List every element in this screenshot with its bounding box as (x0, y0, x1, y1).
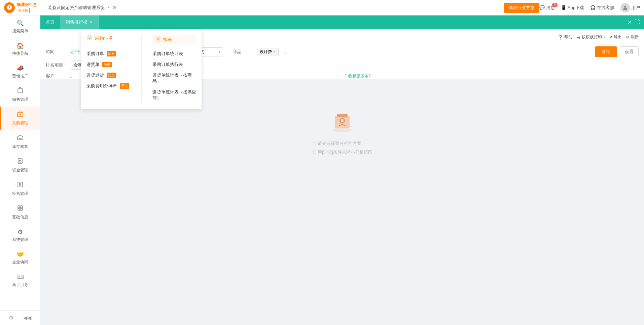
sidebar-label-purchasing: 采购管理 (12, 120, 28, 126)
menu-item-purchase-expense[interactable]: 采购费用分摊单 历史 (86, 81, 131, 91)
sidebar-item-marketing[interactable]: 📣 营销推广 (0, 60, 40, 83)
sidebar-item-sales[interactable]: 销售管理 (0, 83, 40, 107)
sidebar-item-quick-nav[interactable]: 🏠 快捷导航 (0, 38, 40, 60)
sidebar-item-base-info[interactable]: 基础信息 (0, 201, 40, 224)
sidebar-item-system[interactable]: ⚙ 系统管理 (0, 224, 40, 247)
refresh-icon: ↻ (626, 35, 629, 40)
export-button[interactable]: ↗ 导出 (609, 34, 622, 40)
sidebar-item-purchasing[interactable]: 采购管理 (0, 107, 40, 130)
report-menu-col: 报表 采购订单统计表 采购订单执行表 进货单统计表（按商品） 进货单统计表（按供… (152, 35, 196, 104)
svg-rect-1 (18, 89, 23, 93)
headset-icon: 🎧 (590, 5, 596, 10)
top-bar: 畅通好生意 标准版 装备及固定资产辅助管理系统 ▾ ⚙ 体验行业方案 💬 消息 … (0, 0, 644, 15)
sidebar-item-finance[interactable]: 资金管理 (0, 154, 40, 177)
online-service-button[interactable]: 🎧 在线客服 (590, 5, 614, 11)
inventory-icon (17, 134, 24, 143)
user-menu-button[interactable]: 用户 (620, 3, 640, 12)
settings-icon[interactable]: ⚙ (112, 5, 116, 11)
sidebar-item-operations[interactable]: 经营管理 (0, 177, 40, 201)
empty-tip-2: 用[过滤]条件来缩小分析范围 (312, 148, 372, 157)
sidebar-label-guide: 新手引导 (12, 282, 28, 288)
tab-bar-right: ✕ ⛶ (623, 15, 644, 29)
message-badge: 9 (552, 3, 558, 7)
print-button[interactable]: 🖨 按模板打印 ▾ (576, 34, 605, 40)
tab-sales-ranking[interactable]: 销售排行榜 ✕ (60, 15, 99, 29)
svg-point-6 (19, 160, 21, 162)
industry-button[interactable]: 体验行业方案 (504, 3, 539, 13)
empty-tips: 请先选择要分析的方案 用[过滤]条件来缩小分析范围 (312, 139, 372, 157)
sidebar-label-quick-nav: 快捷导航 (12, 51, 28, 56)
collapse-button[interactable]: ⌃ 收起更多条件 (344, 73, 372, 79)
purchase-order-label: 采购订单 (86, 51, 104, 57)
goods-dots[interactable]: ... (283, 49, 286, 54)
menu-item-purchase-order[interactable]: 采购订单 历史 (86, 48, 131, 59)
settings-button[interactable]: 设置 (620, 46, 639, 57)
tab-sales-ranking-label: 销售排行榜 (66, 19, 87, 25)
print-dropdown-icon: ▾ (603, 35, 605, 39)
sidebar-item-inventory[interactable]: 库存核算 (0, 130, 40, 154)
purchase-order-history[interactable]: 历史 (107, 51, 116, 56)
tab-home-label: 首页 (46, 19, 55, 25)
empty-illustration (329, 106, 356, 134)
purchasing-icon (17, 111, 24, 119)
sidebar-item-guide[interactable]: 📖 新手引导 (0, 269, 40, 292)
tab-close-all-icon[interactable]: ✕ (628, 19, 632, 26)
system-title-text: 装备及固定资产辅助管理系统 (48, 5, 105, 11)
system-icon: ⚙ (17, 228, 23, 236)
report-col-title: 报表 (152, 35, 196, 44)
title-dropdown-arrow[interactable]: ▾ (107, 5, 109, 10)
purchasing-dropdown-menu: 采购业务 采购订单 历史 进货单 历史 进货退货 历史 采购费用分摊单 历史 (81, 29, 202, 109)
top-right: 💬 消息 9 📱 App下载 🎧 在线客服 用户 (539, 3, 640, 12)
shortcut-7days[interactable]: 近7天 (70, 49, 80, 55)
menu-item-receipt-stats-supplier[interactable]: 进货单统计表（按供应商） (152, 87, 196, 104)
sidebar-label-enterprise: 企业协同 (12, 259, 28, 265)
tab-expand-icon[interactable]: ⛶ (635, 19, 640, 25)
sidebar-label-finance: 资金管理 (12, 167, 28, 173)
goods-receipt-history[interactable]: 历史 (102, 62, 112, 67)
purchasing-col-icon (86, 35, 93, 42)
query-button[interactable]: 查询 (595, 46, 617, 57)
menu-item-goods-receipt[interactable]: 进货单 历史 (86, 59, 131, 70)
goods-return-history[interactable]: 历史 (107, 73, 116, 78)
base-info-icon (17, 205, 24, 213)
svg-rect-8 (18, 206, 20, 208)
sidebar-item-enterprise[interactable]: 🤝 企业协同 (0, 247, 40, 269)
collapse-arrow-icon: ⌃ (344, 74, 347, 78)
sidebar-bottom: ⚙ ◀◀ (0, 310, 40, 325)
user-avatar (620, 3, 630, 12)
tab-close-icon[interactable]: ✕ (90, 20, 93, 25)
svg-point-18 (89, 38, 90, 39)
menu-item-purchase-order-exec[interactable]: 采购订单执行表 (152, 59, 196, 70)
tab-home[interactable]: 首页 (40, 15, 60, 29)
menu-divider (141, 35, 142, 104)
customer-dots[interactable]: ... (70, 74, 74, 79)
search-icon: 🔍 (16, 19, 24, 27)
tab-bar: 首页 销售排行榜 ✕ ✕ ⛶ (40, 15, 644, 29)
enterprise-icon: 🤝 (16, 251, 24, 258)
sidebar-label-marketing: 营销推广 (12, 73, 28, 79)
refresh-button[interactable]: ↻ 刷新 (626, 34, 639, 40)
menu-item-receipt-stats-goods[interactable]: 进货单统计表（按商品） (152, 70, 196, 87)
marketing-icon: 📣 (16, 65, 24, 72)
sidebar-collapse-icon[interactable]: ◀◀ (23, 315, 31, 321)
svg-rect-4 (19, 138, 21, 140)
help-button[interactable]: ❓ 帮助 (558, 34, 572, 40)
menu-item-purchase-order-stats[interactable]: 采购订单统计表 (152, 48, 196, 59)
purchase-expense-history[interactable]: 历史 (120, 83, 129, 89)
phone-icon: 📱 (561, 5, 566, 10)
messages-button[interactable]: 💬 消息 9 (539, 5, 555, 11)
goods-tag-text: 设计费 (260, 49, 272, 55)
operations-icon (17, 181, 24, 190)
bottom-settings-icon[interactable]: ⚙ (9, 315, 13, 321)
goods-tag-close[interactable]: × (273, 49, 276, 54)
svg-rect-9 (18, 208, 20, 210)
sidebar-label-sales: 销售管理 (12, 97, 28, 103)
app-download-button[interactable]: 📱 App下载 (561, 5, 584, 11)
svg-rect-11 (21, 208, 23, 210)
sidebar-label-inventory: 库存核算 (12, 144, 28, 150)
sidebar: 🔍 搜索菜单 🏠 快捷导航 📣 营销推广 销售管理 采购管理 (0, 15, 40, 325)
menu-item-goods-return[interactable]: 进货退货 历史 (86, 70, 131, 81)
sidebar-label-system: 系统管理 (12, 237, 28, 243)
sidebar-item-search[interactable]: 🔍 搜索菜单 (0, 15, 40, 38)
svg-point-0 (624, 6, 626, 8)
